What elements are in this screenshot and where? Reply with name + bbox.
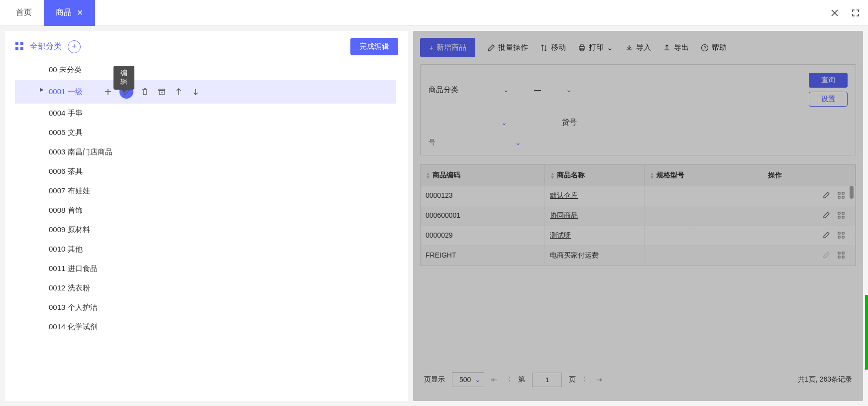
svg-rect-3 — [20, 47, 23, 50]
tree-item[interactable]: 0007 布娃娃 — [15, 181, 396, 201]
tree-item-label: 0006 茶具 — [49, 167, 83, 175]
tree-item[interactable]: 0005 文具 — [15, 123, 396, 142]
done-edit-button[interactable]: 完成编辑 — [350, 38, 398, 55]
tree-item-label: 00 未分类 — [49, 65, 82, 74]
tree-item[interactable]: 0008 首饰 — [15, 201, 396, 220]
tree-item-label: 0011 进口食品 — [49, 264, 98, 272]
tree-item[interactable]: 0004 手串 — [15, 104, 396, 123]
grid-icon — [15, 41, 24, 52]
tree-item-label: 0009 原材料 — [49, 225, 90, 234]
tree-item-label: 0005 文具 — [49, 128, 83, 136]
tab-product[interactable]: 商品 ✕ — [44, 0, 95, 26]
tree-item-label: 0001 一级 — [49, 87, 83, 97]
add-child-icon[interactable] — [103, 86, 113, 97]
green-accent — [865, 295, 868, 370]
fullscreen-icon[interactable] — [847, 4, 864, 21]
svg-rect-0 — [15, 42, 18, 45]
edit-icon[interactable]: 编辑 — [119, 85, 133, 99]
tooltip: 编辑 — [113, 66, 134, 90]
move-up-icon[interactable] — [173, 86, 184, 97]
tree-item-label: 0003 南昌门店商品 — [49, 147, 112, 156]
category-tree[interactable]: 00 未分类▶0001 一级编辑0004 手串0005 文具0003 南昌门店商… — [15, 60, 398, 394]
tree-item-label: 0014 化学试剂 — [49, 322, 98, 331]
tab-label: 商品 — [56, 7, 72, 18]
close-all-icon[interactable] — [826, 4, 843, 21]
tree-item[interactable]: 00 未分类 — [15, 60, 396, 80]
move-down-icon[interactable] — [190, 86, 201, 97]
svg-rect-1 — [20, 42, 23, 45]
tree-item-label: 0007 布娃娃 — [49, 186, 90, 195]
tree-item[interactable]: 0006 茶具 — [15, 162, 396, 181]
category-panel: 全部分类 + 完成编辑 00 未分类▶0001 一级编辑0004 手串0005 … — [5, 31, 408, 401]
tree-item[interactable]: ▶0001 一级编辑 — [15, 80, 396, 104]
archive-icon[interactable] — [156, 86, 167, 97]
tree-item[interactable]: 0014 化学试剂 — [15, 317, 396, 337]
modal-overlay — [413, 31, 863, 401]
close-icon[interactable]: ✕ — [77, 8, 83, 17]
tree-item-label: 0004 手串 — [49, 109, 83, 117]
expand-icon[interactable]: ▶ — [40, 87, 44, 92]
tree-item-label: 0012 洗衣粉 — [49, 283, 90, 292]
svg-rect-5 — [159, 91, 164, 95]
tree-item[interactable]: 0012 洗衣粉 — [15, 278, 396, 298]
add-category-button[interactable]: + — [68, 40, 81, 53]
tree-item-label: 0010 其他 — [49, 245, 83, 253]
tab-home[interactable]: 首页 — [4, 0, 44, 26]
main-panel: + 新增商品 批量操作 移动 打印 ⌄ — [413, 31, 863, 401]
svg-rect-2 — [15, 47, 18, 50]
tree-item[interactable]: 0013 个人护洁 — [15, 298, 396, 317]
tree-item-label: 0013 个人护洁 — [49, 303, 98, 311]
delete-icon[interactable] — [139, 86, 150, 97]
tree-item[interactable]: 0003 南昌门店商品 — [15, 142, 396, 162]
tree-item[interactable]: 0011 进口食品 — [15, 259, 396, 278]
all-categories-label[interactable]: 全部分类 — [30, 41, 62, 52]
tree-item[interactable]: 0009 原材料 — [15, 220, 396, 240]
tree-item[interactable]: 0010 其他 — [15, 240, 396, 259]
tree-item-label: 0008 首饰 — [49, 206, 83, 214]
header-tabs: 首页 商品 ✕ — [0, 0, 868, 26]
